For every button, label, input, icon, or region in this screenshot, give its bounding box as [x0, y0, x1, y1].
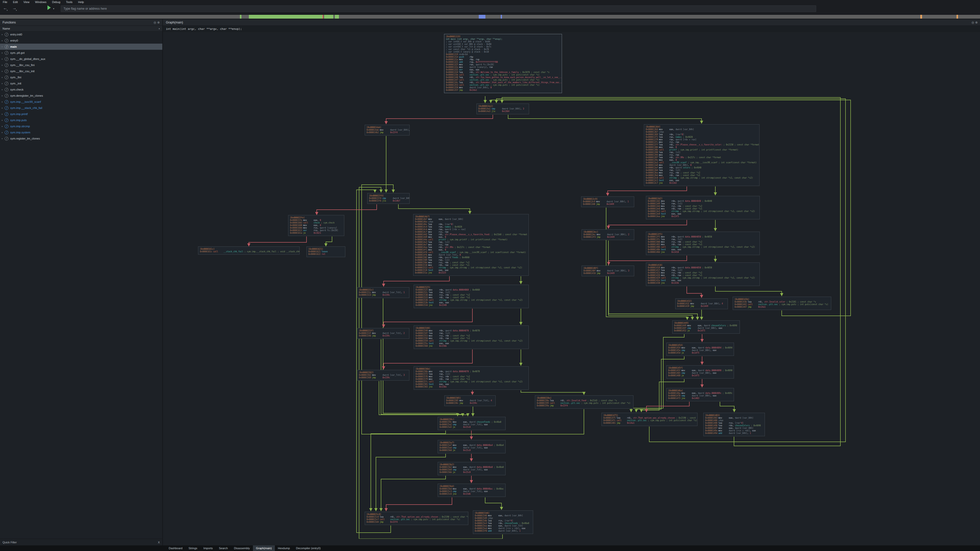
asm-line[interactable]: 0x000013d2mov rdx, qword data.00004048 ;… — [648, 200, 758, 203]
asm-line[interactable]: 0x00001513call strcmp ; sym.imp.strcmp ;… — [415, 267, 527, 269]
asm-line[interactable]: 0x00001611xor rcx, qword fs:[0x28] — [290, 229, 342, 232]
graph-block-0x000015fe[interactable]: [0x000015fe]0x000015femov eax, 00x000016… — [288, 215, 344, 236]
asm-line[interactable]: 0x000013f5mov rdx, qword data.00004050 ;… — [648, 236, 758, 238]
expand-caret-icon[interactable]: ▸ — [0, 125, 5, 127]
expand-caret-icon[interactable]: ▸ — [0, 64, 5, 66]
asm-line[interactable]: 0x0000149dadd dword [var_84h], 1 — [705, 432, 763, 435]
asm-line[interactable]: 0x00001418mov rdx, qword data.00004058 ;… — [648, 267, 758, 269]
asm-line[interactable]: 0x000015e3lea rdx, chosenFoods ; 0x40a0 — [475, 522, 531, 525]
asm-line[interactable]: 0x0000141flea rax, [s1] — [648, 269, 758, 272]
asm-line[interactable]: 0x00001403mov rdi, rax ; const char *s1 — [648, 243, 758, 246]
asm-line[interactable]: 0x0000137flea rdi, str.Please_choose__s_… — [646, 144, 758, 146]
asm-line[interactable]: 0x000015c6jne 0x15d6 — [439, 493, 504, 495]
asm-line[interactable]: 0x000013fclea rax, [s1] — [648, 238, 758, 241]
asm-line[interactable]: 0x000013b6lea rax, [s1] — [646, 169, 758, 171]
graph-block-0x00001525[interactable]: [0x00001525]0x00001525mov rdx, qword dat… — [414, 285, 529, 308]
asm-line[interactable]: 0x00001400mov rsi, rdx ; const char *s2 — [648, 241, 758, 243]
asm-line[interactable]: 0x00001483mov eax, dword [var_84h] — [705, 417, 763, 419]
asm-line[interactable]: 0x0000138bcall printf ; sym.imp.printf ;… — [646, 149, 758, 151]
asm-line[interactable]: 0x000013d0jmp 0x1449 — [583, 203, 632, 206]
asm-line[interactable]: 0x000013e0mov rdi, rax ; const char *s1 — [648, 208, 758, 210]
tab-Decompiler (entry0)[interactable]: Decompiler (entry0) — [293, 545, 324, 551]
asm-line[interactable]: 0x000013ecmov dword [var_80h], 2 — [584, 233, 632, 236]
menu-windows[interactable]: Windows — [32, 0, 49, 4]
asm-line[interactable]: 0x00001378mov rax, qword [rdx + rax] — [646, 138, 758, 141]
expand-caret-icon[interactable]: ▸ — [0, 88, 5, 91]
asm-line[interactable]: 0x0000135fjmp 0x14a1 — [446, 89, 560, 92]
asm-line[interactable]: 0x0000153btest eax, eax — [415, 302, 527, 304]
asm-line[interactable]: 0x00001546jmp 0x159c — [359, 335, 407, 337]
asm-line[interactable]: 0x00001432mov dword [var_80h], 4 — [677, 303, 726, 305]
asm-line[interactable]: 0x00001394mov rsi, rax — [646, 154, 758, 156]
asm-line[interactable]: 0x000015cfcall section..plt.sec ; sym.im… — [366, 518, 466, 521]
asm-line[interactable]: 0x00001569jmp 0x159c — [359, 376, 407, 379]
asm-line[interactable]: 0x0000157ccall strcmp ; sym.imp.strcmp ;… — [415, 381, 527, 383]
asm-line[interactable]: 0x00001608mov eax, 0 — [290, 224, 342, 227]
asm-line[interactable]: 0x00001585mov dword [var_7ch], 4 — [446, 400, 494, 402]
asm-line[interactable]: 0x000014b7mov eax, dword [var_84h] — [415, 218, 527, 221]
asm-line[interactable]: 0x000015bbje 0x15c8 — [439, 471, 504, 474]
asm-line[interactable]: 0x00001553mov rsi, rdx ; const char *s2 — [415, 335, 527, 337]
asm-line[interactable]: 0x00001358mov dword [var_84h], 0 — [446, 86, 560, 89]
asm-line[interactable]: 0x0000160dmov rcx, qword [canary] — [290, 227, 342, 229]
expand-caret-icon[interactable]: ▸ — [0, 131, 5, 134]
asm-line[interactable]: 0x000015b0je 0x15c8 — [439, 449, 504, 452]
graph-block-0x0000151c[interactable]: [0x0000151c]0x0000151cmov dword [var_7ch… — [357, 287, 409, 298]
function-item-sym..plt.got[interactable]: ▸ƒsym..plt.got — [0, 50, 162, 56]
asm-line[interactable]: 0x00001595call section..plt.sec ; sym.im… — [537, 402, 632, 405]
graph-block-0x000013ec[interactable]: [0x000013ec]0x000013ecmov dword [var_80h… — [582, 229, 634, 240]
asm-line[interactable]: 0x0000161aje 0x1621 — [290, 232, 342, 234]
asm-line[interactable]: 0x0000140fmov dword [var_80h], 3 — [584, 270, 632, 272]
graph-block-0x00001548[interactable]: [0x00001548]0x00001548mov rdx, qword dat… — [414, 326, 529, 349]
asm-line[interactable]: 0x0000142etest eax, eax — [648, 279, 758, 282]
asm-line[interactable]: 0x0000150dmov rsi, rdx ; const char *s2 — [415, 262, 527, 264]
asm-line[interactable]: 0x00001371lea rax, names ; 0x4020 — [646, 136, 758, 138]
tab-Strings[interactable]: Strings — [186, 545, 200, 551]
asm-line[interactable]: 0x0000133bcall section..plt.sec ; sym.im… — [446, 74, 560, 76]
asm-line[interactable]: 0x00001525mov rdx, qword data.00004068 ;… — [415, 289, 527, 291]
asm-line[interactable]: 0x000014abmov dword [var_84h], 0 — [366, 129, 408, 131]
expand-caret-icon[interactable]: ▸ — [0, 82, 5, 85]
asm-line[interactable]: 0x00001465cmp dword [var_80h], eax — [668, 372, 732, 375]
asm-line[interactable]: 0x00001325mov rax, qword fs:[0x28] — [446, 64, 560, 66]
menu-tools[interactable]: Tools — [63, 0, 75, 4]
asm-line[interactable]: 0x000014d2lea rdi, str.Please_choose__s_… — [415, 233, 527, 236]
menu-debug[interactable]: Debug — [49, 0, 63, 4]
asm-line[interactable]: 0x00001416jmp 0x1449 — [584, 272, 632, 275]
asm-line[interactable]: 0x000013a3call __isoc99_scanf ; sym.imp.… — [646, 162, 758, 164]
graph-block-0x000015a7[interactable]: [0x000015a7]0x000015a7mov eax, dword dat… — [438, 440, 506, 453]
functions-column-header[interactable]: Name ▴ — [0, 26, 162, 32]
asm-line[interactable]: 0x000014a5jle 0x1364 — [478, 110, 527, 113]
asm-line[interactable]: 0x00001454mov eax, dword data.00004094 ;… — [668, 347, 732, 349]
graph-block-0x00001475[interactable]: [0x00001475]0x00001475lea rdi, str.That_… — [601, 413, 697, 426]
asm-line[interactable]: 0x0000145acmp dword [var_80h], eax — [668, 349, 732, 352]
asm-line[interactable]: 0x00001559call strcmp ; sym.imp.strcmp ;… — [415, 340, 527, 342]
graph-block-0x000014b7[interactable]: [0x000014b7]0x000014b7mov eax, dword [va… — [413, 214, 529, 276]
graph-block-0x0000156b[interactable]: [0x0000156b]0x0000156bmov rdx, qword dat… — [414, 366, 529, 390]
asm-line[interactable]: 0x000015f0add dword [var_84h], 1 — [475, 530, 531, 532]
graph-block-0x000015f4[interactable]: [0x000015f4]0x000015f4cmp dword [var_84h… — [367, 193, 410, 204]
asm-line[interactable]: 0x00001430jne 0x143b — [648, 282, 758, 284]
asm-line[interactable]: 0x00001518test eax, eax — [415, 269, 527, 272]
asm-line[interactable]: 0x0000158elea rdi, str.Invalid_food ; 0x… — [537, 400, 632, 402]
asm-line[interactable]: 0x000014d9mov eax, 0 — [415, 236, 527, 238]
expand-caret-icon[interactable]: ▸ — [0, 70, 5, 73]
asm-line[interactable]: 0x00001488lea rcx, [rax*4] — [705, 422, 763, 424]
asm-line[interactable]: 0x00001470cmp dword [var_80h], eax — [668, 395, 732, 397]
asm-line[interactable]: 0x000015adcmp dword [var_7ch], eax — [439, 447, 504, 449]
asm-line[interactable]: 0x00001353call section..plt.sec ; sym.im… — [446, 84, 560, 86]
asm-line[interactable]: 0x0000159ajmp 0x15f4 — [537, 405, 632, 407]
graph-block-0x00001585[interactable]: [0x00001585]0x00001585mov dword [var_7ch… — [444, 395, 496, 406]
asm-line[interactable]: 0x000014bacdqe — [415, 221, 527, 223]
graph-block-0x0000158e[interactable]: [0x0000158e]0x0000158elea rdi, str.Inval… — [535, 395, 633, 409]
asm-line[interactable]: 0x000015d6mov eax, dword [var_84h] — [475, 514, 531, 517]
asm-line[interactable]: 0x00001556mov rdi, rax ; const char *s1 — [415, 337, 527, 340]
seek-bar[interactable] — [0, 15, 980, 19]
graph-block-0x00001483[interactable]: [0x00001483]0x00001483mov eax, dword [va… — [703, 413, 765, 436]
asm-line[interactable]: 0x00001390lea rax, [s1] — [646, 151, 758, 154]
graph-block-0x0000145f[interactable]: [0x0000145f]0x0000145fmov eax, dword dat… — [667, 365, 734, 379]
functions-panel-icons[interactable]: ◎⊗ — [153, 19, 161, 25]
asm-line[interactable]: 0x0000158cjmp 0x159c — [446, 402, 494, 405]
asm-line[interactable]: 0x0000145fmov eax, dword data.00004098 ;… — [668, 369, 732, 372]
expand-caret-icon[interactable]: ▸ — [0, 100, 5, 103]
